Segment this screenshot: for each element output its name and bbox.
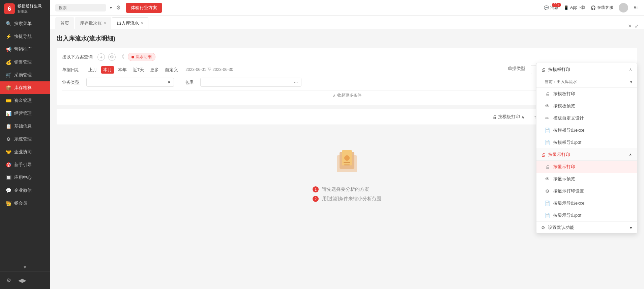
sidebar-item-collab[interactable]: 🤝企业协同 xyxy=(0,146,50,158)
date-more-btn[interactable]: 更多 xyxy=(148,66,161,74)
collapse-label: 收起更多条件 xyxy=(337,93,361,98)
svg-rect-5 xyxy=(344,164,350,165)
sidebar-icon-search: 🔍 xyxy=(5,21,11,26)
sidebar-item-quick-nav[interactable]: ⚡快捷导航 xyxy=(0,30,50,43)
display-section-title: 🖨 按显示打印 xyxy=(541,152,570,158)
filter-setting-btn[interactable]: ⚙ xyxy=(108,53,116,61)
sidebar-label-operations: 经营管理 xyxy=(14,110,32,116)
search-input[interactable] xyxy=(55,4,106,11)
display-section-collapse[interactable]: ∧ xyxy=(629,152,632,157)
sidebar-label-app-center: 应用中心 xyxy=(14,175,32,181)
sidebar-scroll-down[interactable]: ▼ xyxy=(0,263,50,271)
filter-tag-dot xyxy=(131,56,134,58)
dropdown-item-template-custom[interactable]: ✏ 模板自定义设计 xyxy=(536,112,637,124)
dropdown-item-template-print[interactable]: 🖨 按模板打印 xyxy=(536,88,637,100)
tab-batch-account-close[interactable]: × xyxy=(104,21,106,26)
dropdown-item-display-excel[interactable]: 📄 按显示导出excel xyxy=(536,197,637,209)
sidebar-label-sales: 销售管理 xyxy=(14,59,32,65)
business-type-select[interactable]: ▾ xyxy=(86,78,174,87)
online-service-btn[interactable]: 🎧 在线客服 xyxy=(591,5,613,10)
dropdown-current: 当前：出入库流水 ▾ xyxy=(536,76,637,88)
display-print-label: 按显示打印 xyxy=(553,164,575,170)
dropdown-item-template-preview[interactable]: 👁 按模板预览 xyxy=(536,100,637,112)
business-type-label: 业务类型 xyxy=(62,79,80,85)
tab-batch-account[interactable]: 库存批次账 × xyxy=(75,17,111,29)
display-preview-icon: 👁 xyxy=(545,176,550,182)
dropdown-item-display-print-setting[interactable]: ⚙ 按显示打印设置 xyxy=(536,185,637,197)
settings-icon[interactable]: ⚙ xyxy=(3,275,14,286)
industry-btn[interactable]: 体验行业方案 xyxy=(126,3,162,13)
sidebar-icon-inventory: 📦 xyxy=(5,85,11,90)
print-template-btn[interactable]: 🖨 按模板打印 ∧ xyxy=(490,112,527,121)
tab-home-label: 首页 xyxy=(60,20,69,26)
dropdown-panel: 🖨 按模板打印 ∧ 当前：出入库流水 ▾ 🖨 按模板打印 👁 按模板预览 xyxy=(536,63,637,234)
sidebar-item-operations[interactable]: 📊经营管理 xyxy=(0,107,50,120)
template-custom-icon: ✏ xyxy=(545,115,550,121)
svg-point-3 xyxy=(344,155,350,161)
collapse-icon[interactable]: ◀▶ xyxy=(17,275,28,286)
sidebar-item-basic[interactable]: 📋基础信息 xyxy=(0,120,50,133)
display-excel-icon: 📄 xyxy=(545,201,550,206)
dropdown-display-section: 🖨 按显示打印 👁 按显示预览 ⚙ 按显示打印设置 📄 按显示导出excel 📄 xyxy=(536,161,637,221)
dropdown-display-header: 🖨 按显示打印 ∧ xyxy=(536,149,637,161)
sidebar-item-search[interactable]: 🔍搜索菜单 xyxy=(0,17,50,30)
dropdown-item-template-pdf[interactable]: 📄 按模板导出pdf xyxy=(536,136,637,149)
date-7days-btn[interactable]: 近7天 xyxy=(131,66,146,74)
window-close-btn[interactable]: ✕ xyxy=(628,23,632,29)
footer-icon: ⚙ xyxy=(541,225,545,230)
topbar-dropdown-btn[interactable]: ▾ xyxy=(110,5,112,10)
avatar[interactable] xyxy=(619,3,628,12)
dropdown-item-display-pdf[interactable]: 📄 按显示导出pdf xyxy=(536,209,637,221)
date-label: 单据日期 xyxy=(62,67,80,73)
template-pdf-icon: 📄 xyxy=(545,140,550,145)
sidebar-item-sales[interactable]: 💰销售管理 xyxy=(0,56,50,69)
display-excel-label: 按显示导出excel xyxy=(553,200,585,206)
warehouse-select[interactable]: ··· xyxy=(200,78,301,87)
tabs-window-controls: ✕ ⤢ xyxy=(628,23,639,29)
filter-add-btn[interactable]: + xyxy=(97,53,105,61)
app-download-btn[interactable]: 📱 App下载 xyxy=(564,5,585,10)
print-dropdown-icon: ∧ xyxy=(521,114,525,120)
display-section-icon: 🖨 xyxy=(541,152,546,157)
dropdown-title-text: 按模板打印 xyxy=(548,67,570,73)
tab-home[interactable]: 首页 xyxy=(55,17,74,29)
sidebar-item-marketing[interactable]: 📢营销推广 xyxy=(0,43,50,56)
sidebar-item-app-center[interactable]: 🔲应用中心 xyxy=(0,171,50,184)
dropdown-item-display-preview[interactable]: 👁 按显示预览 xyxy=(536,173,637,185)
sidebar-item-wechat[interactable]: 💬企业微信 xyxy=(0,184,50,197)
tab-in-out-flow[interactable]: 出入库流水 × xyxy=(112,17,148,29)
window-expand-btn[interactable]: ⤢ xyxy=(635,23,639,29)
dropdown-item-template-excel[interactable]: 📄 按模板导出excel xyxy=(536,124,637,136)
date-this-month-btn[interactable]: 本月 xyxy=(101,66,114,74)
settings-gear-icon[interactable]: ⚙ xyxy=(116,4,121,11)
sidebar-item-finance[interactable]: 💳资金管理 xyxy=(0,94,50,107)
step1-text: 请先选择要分析的方案 xyxy=(322,186,369,192)
edition-label: 标准版 xyxy=(18,9,42,14)
sidebar-item-guide[interactable]: 🎯新手引导 xyxy=(0,158,50,171)
step2-num: 2 xyxy=(313,196,319,202)
dropdown-footer[interactable]: ⚙ 设置默认功能 ▾ xyxy=(536,221,637,233)
template-custom-label: 模板自定义设计 xyxy=(553,115,584,121)
sidebar-label-finance: 资金管理 xyxy=(14,98,32,104)
dropdown-collapse-btn[interactable]: ∧ xyxy=(629,67,632,72)
date-this-year-btn[interactable]: 本年 xyxy=(116,66,129,74)
date-custom-btn[interactable]: 自定义 xyxy=(163,66,180,74)
message-btn[interactable]: 💬 消息 99+ xyxy=(544,5,558,10)
filter-collapse-icon[interactable]: 《 xyxy=(119,53,124,60)
sidebar-item-purchase[interactable]: 🛒采购管理 xyxy=(0,69,50,81)
topbar: ▾ ⚙ 体验行业方案 💬 消息 99+ 📱 App下载 🎧 在线客服 Rit xyxy=(50,0,644,16)
sidebar-label-search: 搜索菜单 xyxy=(14,21,32,27)
sidebar-item-system[interactable]: ⚙系统管理 xyxy=(0,133,50,146)
tab-in-out-flow-label: 出入库流水 xyxy=(117,20,139,26)
sidebar-item-inventory[interactable]: 📦库存核算 xyxy=(0,81,50,94)
dropdown-item-display-print[interactable]: 🖨 按显示打印 xyxy=(536,161,637,173)
filter-tag[interactable]: 流水明细 xyxy=(128,53,155,61)
tab-in-out-flow-close[interactable]: × xyxy=(141,21,143,26)
date-last-month-btn[interactable]: 上月 xyxy=(86,66,99,74)
filter-tag-label: 流水明细 xyxy=(136,54,152,60)
sidebar-bottom: ⚙ ◀▶ xyxy=(0,271,50,289)
sidebar-label-wechat: 企业微信 xyxy=(14,187,32,193)
sidebar-item-member[interactable]: 👑畅会员 xyxy=(0,197,50,210)
sidebar-icon-finance: 💳 xyxy=(5,98,11,103)
username-label: Rit xyxy=(634,5,639,10)
